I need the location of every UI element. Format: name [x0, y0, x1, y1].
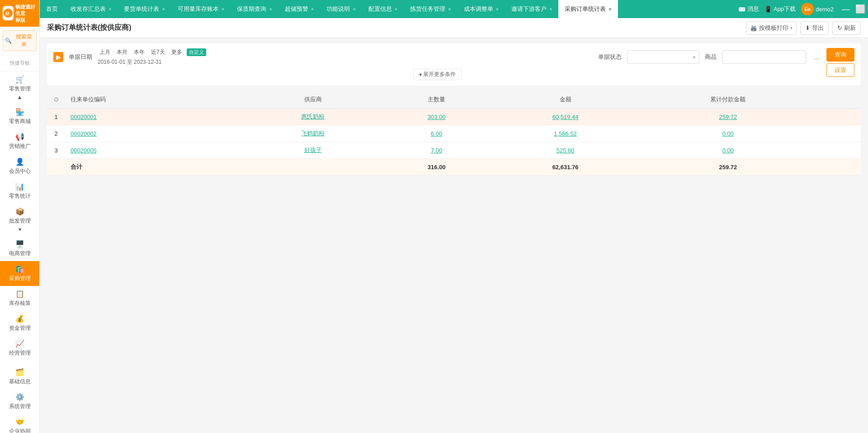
supplier-link-2[interactable]: 飞鹤奶粉	[301, 130, 325, 137]
qty-link-1[interactable]: 303.00	[428, 114, 446, 120]
shortcut-this-year[interactable]: 本年	[132, 48, 146, 57]
sidebar-item-basic[interactable]: 🗂️ 基础信息	[0, 364, 39, 389]
status-dropdown-icon: ▾	[693, 55, 695, 60]
cell-amount-1: 60,519.44	[493, 109, 637, 125]
sidebar-item-wholesale[interactable]: 📦 批发管理 ▾	[0, 204, 39, 236]
cell-paid-3: 0.00	[638, 142, 818, 159]
tab-close-goods-stats[interactable]: ×	[162, 6, 165, 12]
tab-close-overstock[interactable]: ×	[311, 6, 314, 12]
data-table: ⚙ 往来单位编码 供应商 主数量 金额	[47, 91, 861, 176]
page-title: 采购订单统计表(按供应商)	[47, 23, 132, 33]
search-menu-button[interactable]: 🔍 搜索菜单	[3, 30, 37, 51]
tab-cost-adj[interactable]: 成本调整单 ×	[458, 0, 505, 18]
table-header: ⚙ 往来单位编码 供应商 主数量 金额	[47, 91, 861, 109]
unit-code-link-3[interactable]: 00020005	[71, 147, 97, 154]
cell-amount-3: 525.80	[493, 142, 637, 159]
message-button[interactable]: ✉️ 消息	[738, 5, 759, 13]
filter-toggle-button[interactable]: ▶	[53, 52, 63, 62]
sidebar-search-section: 🔍 搜索菜单	[0, 27, 39, 55]
unit-code-link-1[interactable]: 00020001	[71, 114, 97, 120]
tab-expiry[interactable]: 保质期查询 ×	[231, 0, 278, 18]
purchase-icon: 🛍️	[15, 265, 24, 273]
tab-close-expiry[interactable]: ×	[269, 6, 272, 12]
tab-config[interactable]: 配置信息 ×	[362, 0, 404, 18]
unit-code-link-2[interactable]: 00020002	[71, 130, 97, 137]
shortcut-last-month[interactable]: 上月	[98, 48, 112, 57]
supplier-link-1[interactable]: 惠氏奶粉	[301, 113, 325, 120]
search-icon: 🔍	[5, 38, 12, 44]
expand-more-button[interactable]: ▾ 展开更多条件	[413, 69, 462, 80]
sidebar-item-ops[interactable]: 📈 经营管理	[0, 336, 39, 361]
tab-goods-stats[interactable]: 要货单统计表 ×	[118, 0, 171, 18]
nav-home[interactable]: 首页	[40, 0, 64, 18]
table-settings-icon[interactable]: ⚙	[53, 96, 59, 103]
refresh-icon: ↻	[837, 24, 842, 31]
sidebar-item-retail-mgmt[interactable]: 🛒 零售管理 ▲	[0, 71, 39, 104]
col-qty: 主数量	[380, 91, 493, 109]
tab-collect-send[interactable]: 收发存汇总表 ×	[64, 0, 118, 18]
app-name: 畅捷通好生意 标版	[15, 4, 37, 23]
sidebar-item-ecommerce[interactable]: 🖥️ 电商管理	[0, 236, 39, 261]
sidebar-item-purchase[interactable]: 🛍️ 采购管理	[0, 261, 39, 286]
sidebar-item-enterprise[interactable]: 🤝 企业协同	[0, 414, 39, 433]
cell-extra-1	[818, 109, 861, 125]
settings-button[interactable]: 设置	[826, 63, 854, 77]
tab-close-pick-task[interactable]: ×	[448, 6, 451, 12]
paid-link-1[interactable]: 259.72	[719, 114, 737, 120]
finance-icon: 💰	[15, 314, 24, 323]
tab-close-cost-adj[interactable]: ×	[496, 6, 499, 12]
tab-purchase-stats[interactable]: 采购订单统计表 ×	[558, 0, 618, 18]
sidebar-item-inventory[interactable]: 📋 库存核算	[0, 286, 39, 311]
maximize-button[interactable]: ⬜	[853, 2, 868, 16]
message-icon: ✉️	[738, 6, 745, 13]
sidebar-item-retail-mall[interactable]: 🏪 零售商城	[0, 104, 39, 129]
print-button[interactable]: 🖨️ 按模板打印 ▾	[746, 21, 797, 35]
tab-close-invite[interactable]: ×	[549, 6, 552, 12]
shortcut-more-dates[interactable]: 更多	[170, 48, 184, 57]
query-button[interactable]: 查询	[826, 48, 854, 62]
cell-qty-2: 6.00	[380, 125, 493, 142]
enterprise-icon: 🤝	[15, 418, 24, 426]
tab-close-func-desc[interactable]: ×	[353, 6, 355, 12]
sidebar-item-marketing[interactable]: 📢 营销推广	[0, 129, 39, 154]
qty-link-3[interactable]: 7.00	[431, 147, 442, 154]
amount-link-3[interactable]: 525.80	[557, 147, 575, 154]
shortcut-7days[interactable]: 近7天	[149, 48, 167, 57]
footer-extra-empty	[818, 159, 861, 176]
minimize-button[interactable]: —	[839, 3, 853, 16]
col-extra	[818, 91, 861, 109]
sidebar-item-finance[interactable]: 💰 资金管理	[0, 311, 39, 336]
goods-input[interactable]	[722, 50, 806, 64]
tab-overstock[interactable]: 超储预警 ×	[278, 0, 320, 18]
export-button[interactable]: ⬇ 导出	[800, 21, 829, 35]
tab-close-purchase-stats[interactable]: ×	[609, 6, 611, 12]
tab-func-desc[interactable]: 功能说明 ×	[320, 0, 362, 18]
sidebar-item-sys[interactable]: ⚙️ 系统管理	[0, 389, 39, 414]
amount-link-2[interactable]: 1,586.52	[554, 130, 577, 137]
paid-link-3[interactable]: 0.00	[722, 147, 734, 154]
tab-close-collect-send[interactable]: ×	[108, 6, 111, 12]
tab-invite[interactable]: 邀请下游客户 ×	[505, 0, 558, 18]
amount-link-1[interactable]: 60,519.44	[552, 114, 579, 120]
paid-link-2[interactable]: 0.00	[722, 130, 734, 137]
refresh-button[interactable]: ↻ 刷新	[832, 21, 861, 35]
custom-date-tag[interactable]: 自定义	[187, 48, 206, 56]
app-download-button[interactable]: 📱 App下载	[764, 5, 796, 13]
qty-link-2[interactable]: 6.00	[431, 130, 442, 137]
sidebar-item-member[interactable]: 👤 会员中心	[0, 154, 39, 179]
tab-close-config[interactable]: ×	[395, 6, 397, 12]
supplier-link-3[interactable]: 好孩子	[304, 147, 322, 153]
tab-pick-task[interactable]: 拣货任务管理 ×	[404, 0, 457, 18]
user-menu[interactable]: Ea demo2	[801, 3, 834, 15]
app-logo[interactable]: 好 畅捷通好生意 标版	[0, 0, 39, 27]
sidebar-item-retail-stats[interactable]: 📊 零售统计	[0, 179, 39, 204]
more-filter-dots[interactable]: ...	[811, 53, 821, 61]
tab-close-avail-stock[interactable]: ×	[222, 6, 224, 12]
cell-seq-3: 3	[47, 142, 65, 159]
shortcut-this-month[interactable]: 本月	[115, 48, 129, 57]
status-select[interactable]: ▾	[627, 50, 699, 64]
col-settings: ⚙	[47, 91, 65, 109]
main-content: 首页 收发存汇总表 × 要货单统计表 × 可用量库存账本 × 保质期查询 × 超…	[40, 0, 868, 433]
tab-avail-stock[interactable]: 可用量库存账本 ×	[171, 0, 231, 18]
content-area: ▶ 单据日期 上月 本月 本年 近7天 更多 自定义 2016-01-	[40, 38, 868, 433]
